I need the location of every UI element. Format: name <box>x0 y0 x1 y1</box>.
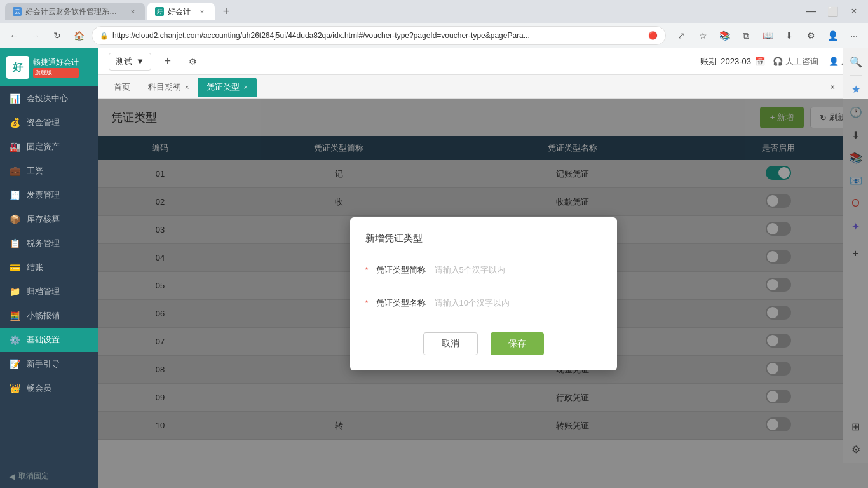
tab-subject[interactable]: 科目期初 × <box>139 78 198 97</box>
browser-controls: ← → ↻ 🏠 🔒 https://cloud2.chanjet.com/acc… <box>0 23 868 48</box>
sidebar-item-dashboard[interactable]: 📊 会投决中心 <box>0 86 98 111</box>
collection-button[interactable]: 📚 <box>715 27 733 44</box>
forward-button[interactable]: → <box>27 27 44 44</box>
app-container: 好 畅捷通好会计 旗舰版 📊 会投决中心 💰 资金管理 🏭 固定资产 💼 工资 <box>0 48 868 488</box>
tab-home-label: 首页 <box>114 81 130 93</box>
name-label: 凭证类型名称 <box>376 297 426 309</box>
headset-icon: 🎧 <box>773 57 783 66</box>
sidebar-item-member-label: 畅会员 <box>27 383 51 394</box>
main-content: 测试 ▼ + ⚙ 账期 2023-03 📅 🎧 人工咨询 👤 用友 <box>98 48 868 488</box>
abbr-label: 凭证类型简称 <box>376 264 426 276</box>
tab1-close-icon[interactable]: × <box>128 6 137 17</box>
profile-button[interactable]: 👤 <box>824 27 841 44</box>
address-text: https://cloud2.chanjet.com/accounting/uh… <box>112 31 644 40</box>
abbr-input[interactable] <box>432 260 602 280</box>
sidebar-item-payroll[interactable]: 💼 工资 <box>0 159 98 183</box>
panel-separator-1 <box>850 75 862 76</box>
tab-subject-label: 科目期初 <box>148 81 181 93</box>
new-voucher-type-dialog: 新增凭证类型 * 凭证类型简称 * 凭证类型名称 取消 保存 <box>350 217 617 370</box>
address-bar[interactable]: 🔒 https://cloud2.chanjet.com/accounting/… <box>92 26 666 45</box>
tab-voucher-type[interactable]: 凭证类型 × <box>198 78 256 97</box>
sidebar-item-finance[interactable]: 💰 资金管理 <box>0 111 98 135</box>
read-view-button[interactable]: 📖 <box>759 27 776 44</box>
favorites-panel-icon[interactable]: ★ <box>846 79 865 98</box>
sidebar-item-finance-label: 资金管理 <box>27 117 60 128</box>
checkout-icon: 💳 <box>9 262 20 273</box>
finance-icon: 💰 <box>9 117 20 128</box>
tab-bar: 云 好会计云财务软件管理系统_会计 × 好 好会计 × + — ⬜ × <box>0 0 868 23</box>
alert-icon: 🔴 <box>648 31 658 40</box>
logo-icon: 好 <box>6 56 29 79</box>
sidebar-item-checkout-label: 结账 <box>27 262 43 273</box>
sidebar-item-invoice[interactable]: 🧾 发票管理 <box>0 183 98 207</box>
sidebar-item-expense[interactable]: 🧮 小畅报销 <box>0 304 98 328</box>
inventory-icon: 📦 <box>9 214 20 225</box>
name-input[interactable] <box>432 293 602 313</box>
sidebar-item-checkout[interactable]: 💳 结账 <box>0 255 98 280</box>
invoice-icon: 🧾 <box>9 189 20 201</box>
sidebar-item-fixed-assets-label: 固定资产 <box>27 141 60 152</box>
settings-icon: ⚙️ <box>9 334 20 346</box>
sidebar-footer[interactable]: ◀ 取消固定 <box>0 464 98 488</box>
minimize-button[interactable]: — <box>802 3 820 20</box>
app-topbar: 测试 ▼ + ⚙ 账期 2023-03 📅 🎧 人工咨询 👤 用友 <box>98 48 868 75</box>
sidebar-item-expense-label: 小畅报销 <box>27 310 60 322</box>
extensions-button[interactable]: ⤢ <box>672 27 690 44</box>
close-panel-button[interactable]: × <box>824 78 841 96</box>
sidebar-item-settings[interactable]: ⚙️ 基础设置 <box>0 328 98 352</box>
save-button[interactable]: 保存 <box>491 332 544 355</box>
dashboard-icon: 📊 <box>9 93 20 104</box>
dialog-overlay: 新增凭证类型 * 凭证类型简称 * 凭证类型名称 取消 保存 <box>98 99 868 488</box>
period-label: 账期 <box>700 56 717 67</box>
archive-icon: 📁 <box>9 286 20 297</box>
consult-button[interactable]: 🎧 人工咨询 <box>773 56 818 67</box>
guide-icon: 📝 <box>9 358 20 370</box>
restore-button[interactable]: ⬜ <box>824 3 841 20</box>
favorites-button[interactable]: ☆ <box>694 27 712 44</box>
tab-home[interactable]: 首页 <box>105 78 139 97</box>
workspace-settings-button[interactable]: ⚙ <box>184 53 202 71</box>
sidebar-items: 📊 会投决中心 💰 资金管理 🏭 固定资产 💼 工资 🧾 发票管理 📦 <box>0 86 98 464</box>
new-tab-button[interactable]: + <box>217 3 235 20</box>
cancel-button[interactable]: 取消 <box>423 332 478 355</box>
tab-subject-close-icon[interactable]: × <box>185 83 189 91</box>
downloads-button[interactable]: ⬇ <box>780 27 798 44</box>
reload-button[interactable]: ↻ <box>48 27 66 44</box>
back-button[interactable]: ← <box>5 27 23 44</box>
workspace-selector[interactable]: 测试 ▼ <box>109 53 151 71</box>
sidebar-item-fixed-assets[interactable]: 🏭 固定资产 <box>0 135 98 159</box>
abbr-required-mark: * <box>365 265 369 274</box>
bing-search-icon[interactable]: 🔍 <box>846 52 865 71</box>
browser-tab-2[interactable]: 好 好会计 × <box>147 3 215 20</box>
settings-browser-button[interactable]: ⚙ <box>802 27 820 44</box>
more-button[interactable]: ··· <box>845 27 863 44</box>
split-view-button[interactable]: ⧉ <box>737 27 755 44</box>
add-workspace-button[interactable]: + <box>159 53 177 71</box>
name-required-mark: * <box>365 298 369 308</box>
sidebar-item-member[interactable]: 👑 畅会员 <box>0 376 98 400</box>
dialog-title: 新增凭证类型 <box>365 233 602 245</box>
tab-voucher-type-close-icon[interactable]: × <box>243 83 247 91</box>
home-button[interactable]: 🏠 <box>70 27 88 44</box>
browser-tab-1[interactable]: 云 好会计云财务软件管理系统_会计 × <box>5 3 145 20</box>
tab2-favicon: 好 <box>155 7 164 16</box>
window-close-button[interactable]: × <box>845 3 863 20</box>
sidebar-item-inventory[interactable]: 📦 库存核算 <box>0 207 98 231</box>
sidebar-item-guide[interactable]: 📝 新手引导 <box>0 352 98 376</box>
tab1-label: 好会计云财务软件管理系统_会计 <box>25 6 122 17</box>
sidebar-item-archive[interactable]: 📁 归档管理 <box>0 280 98 304</box>
tab2-label: 好会计 <box>168 6 191 17</box>
tab-nav: 首页 科目期初 × 凭证类型 × × ⬜ <box>98 75 868 99</box>
consult-label: 人工咨询 <box>785 56 818 67</box>
lock-icon: 🔒 <box>100 32 109 40</box>
sidebar-item-dashboard-label: 会投决中心 <box>27 93 68 104</box>
unpin-label: 取消固定 <box>18 471 49 482</box>
tab2-close-icon[interactable]: × <box>197 6 207 17</box>
calendar-icon: 📅 <box>755 57 765 66</box>
sidebar-item-tax-label: 税务管理 <box>27 238 60 249</box>
page-content: 凭证类型 + 新增 ↻ 刷新 编码 凭证类型简称 凭证类型名称 <box>98 99 868 488</box>
abbr-field: * 凭证类型简称 <box>365 260 602 280</box>
sidebar-item-guide-label: 新手引导 <box>27 358 60 370</box>
sidebar-item-tax[interactable]: 📋 税务管理 <box>0 231 98 255</box>
logo-badge: 旗舰版 <box>33 68 79 78</box>
